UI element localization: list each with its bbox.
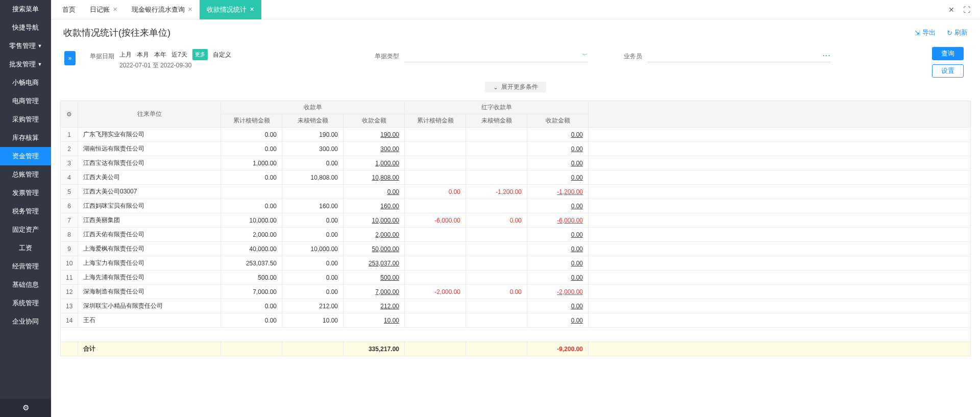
cell-r-amt[interactable]: 0.00	[344, 185, 405, 199]
sidebar-item-2[interactable]: 零售管理▼	[0, 37, 51, 55]
table-row[interactable]: 13深圳联宝小精品有限责任公司0.00212.00212.000.00	[61, 299, 971, 313]
cell-r-amt[interactable]: 50,000.00	[344, 242, 405, 256]
sidebar-item-6[interactable]: 采购管理	[0, 110, 51, 129]
col-blank	[589, 101, 971, 128]
preset-custom[interactable]: 自定义	[213, 50, 231, 60]
fullscreen-icon[interactable]: ⛶	[962, 5, 972, 15]
sidebar-item-4[interactable]: 小畅电商	[0, 73, 51, 92]
sidebar-item-10[interactable]: 发票管理	[0, 184, 51, 202]
close-icon[interactable]: ✕	[113, 6, 117, 13]
cell-d-amt[interactable]: 0.00	[527, 228, 589, 242]
cell-d-amt[interactable]: 0.00	[527, 299, 589, 313]
sidebar-item-11[interactable]: 税务管理	[0, 202, 51, 220]
cell-r-amt[interactable]: 10,808.00	[344, 170, 405, 185]
table-row[interactable]: 5江西大美公司030070.000.00-1,200.00-1,200.00	[61, 185, 971, 199]
cell-d-amt[interactable]: 0.00	[527, 128, 589, 142]
table-row[interactable]: 9上海爱枫有限责任公司40,000.0010,000.0050,000.000.…	[61, 242, 971, 256]
sidebar-item-13[interactable]: 工资	[0, 239, 51, 257]
close-icon[interactable]: ✕	[946, 5, 957, 15]
sidebar-item-7[interactable]: 库存核算	[0, 129, 51, 147]
collapse-filters-button[interactable]: »	[64, 51, 76, 65]
cell-d-cum	[405, 299, 466, 313]
cell-d-amt[interactable]: -6,000.00	[527, 213, 589, 228]
cell-r-amt[interactable]: 253,037.00	[344, 256, 405, 271]
cell-d-amt[interactable]: 0.00	[527, 199, 589, 213]
table-row[interactable]: 14王石0.0010.0010.000.00	[61, 313, 971, 328]
cell-d-amt[interactable]: 0.00	[527, 271, 589, 285]
sidebar-item-1[interactable]: 快捷导航	[0, 18, 51, 37]
cell-r-amt[interactable]: 10.00	[344, 313, 405, 328]
sidebar-item-16[interactable]: 系统管理	[0, 294, 51, 312]
cell-d-cum	[405, 199, 466, 213]
cell-d-unw: 0.00	[466, 285, 527, 299]
cell-r-amt[interactable]: 160.00	[344, 199, 405, 213]
cell-d-amt[interactable]: 0.00	[527, 313, 589, 328]
cell-r-amt[interactable]: 500.00	[344, 271, 405, 285]
cell-r-amt[interactable]: 1,000.00	[344, 156, 405, 170]
close-icon[interactable]: ✕	[250, 6, 254, 13]
cell-blank	[589, 128, 971, 142]
tab-0[interactable]: 首页	[55, 0, 83, 19]
cell-r-amt[interactable]: 212.00	[344, 299, 405, 313]
cell-r-amt[interactable]: 300.00	[344, 142, 405, 156]
table-row[interactable]: 12深海制造有限责任公司7,000.000.007,000.00-2,000.0…	[61, 285, 971, 299]
tab-3[interactable]: 收款情况统计✕	[200, 0, 261, 19]
expand-filters-button[interactable]: ⌄展开更多条件	[485, 82, 546, 92]
settings-button[interactable]: 设置	[932, 64, 964, 78]
table-row[interactable]: 7江西美丽集团10,000.000.0010,000.00-6,000.000.…	[61, 213, 971, 228]
close-icon[interactable]: ✕	[188, 6, 192, 13]
refresh-button[interactable]: ↻刷新	[947, 28, 968, 37]
sidebar-item-14[interactable]: 经营管理	[0, 257, 51, 276]
cell-r-cum: 0.00	[221, 199, 282, 213]
sidebar-item-5[interactable]: 电商管理	[0, 92, 51, 110]
sidebar-item-17[interactable]: 企业协同	[0, 312, 51, 331]
table-row[interactable]: 10上海宝力有限责任公司253,037.500.00253,037.000.00	[61, 256, 971, 271]
table-row[interactable]: 4江西大美公司0.0010,808.0010,808.000.00	[61, 170, 971, 185]
table-row[interactable]: 11上海先浦有限责任公司500.000.00500.000.00	[61, 271, 971, 285]
table-row[interactable]: 1广东飞翔实业有限公司0.00190.00190.000.00	[61, 128, 971, 142]
cell-d-amt[interactable]: 0.00	[527, 170, 589, 185]
bill-type-select[interactable]: ﹀	[404, 49, 588, 62]
table-row[interactable]: 8江西天佑有限责任公司2,000.000.002,000.000.00	[61, 228, 971, 242]
cell-d-amt[interactable]: -1,200.00	[527, 185, 589, 199]
sidebar-item-15[interactable]: 基础信息	[0, 276, 51, 294]
cell-d-amt[interactable]: -2,000.00	[527, 285, 589, 299]
cell-blank	[589, 271, 971, 285]
preset-this-month[interactable]: 本月	[137, 50, 149, 60]
table-row[interactable]: 2湖南恒远有限责任公司0.00300.00300.000.00	[61, 142, 971, 156]
preset-this-year[interactable]: 本年	[154, 50, 166, 60]
sidebar-item-9[interactable]: 总账管理	[0, 165, 51, 184]
tab-1[interactable]: 日记账✕	[83, 0, 125, 19]
preset-more[interactable]: 更多	[192, 49, 208, 60]
sidebar-item-8[interactable]: 资金管理	[0, 147, 51, 165]
cell-r-amt[interactable]: 2,000.00	[344, 228, 405, 242]
grid-settings-icon[interactable]: ⚙	[61, 101, 78, 128]
cell-r-amt[interactable]: 190.00	[344, 128, 405, 142]
sidebar-item-3[interactable]: 批发管理▼	[0, 55, 51, 73]
table-row[interactable]: 6江西妈咪宝贝有限公司0.00160.00160.000.00	[61, 199, 971, 213]
tab-2[interactable]: 现金银行流水查询✕	[125, 0, 200, 19]
sidebar-settings[interactable]: ⚙	[0, 399, 51, 417]
preset-last-month[interactable]: 上月	[119, 50, 132, 60]
cell-d-amt[interactable]: 0.00	[527, 256, 589, 271]
preset-last-7[interactable]: 近7天	[172, 50, 187, 60]
cell-party: 江西妈咪宝贝有限公司	[78, 199, 221, 213]
sidebar-item-0[interactable]: 搜索菜单	[0, 0, 51, 18]
sidebar-item-12[interactable]: 固定资产	[0, 220, 51, 239]
cell-d-amt[interactable]: 0.00	[527, 142, 589, 156]
row-index: 11	[61, 271, 78, 285]
cell-r-cum: 10,000.00	[221, 213, 282, 228]
cell-party: 江西大美公司03007	[78, 185, 221, 199]
cell-blank	[589, 170, 971, 185]
cell-r-amt[interactable]: 10,000.00	[344, 213, 405, 228]
cell-party: 深圳联宝小精品有限责任公司	[78, 299, 221, 313]
export-button[interactable]: ⇲导出	[915, 28, 936, 37]
cell-d-amt[interactable]: 0.00	[527, 156, 589, 170]
cell-r-amt[interactable]: 7,000.00	[344, 285, 405, 299]
cell-party: 江西美丽集团	[78, 213, 221, 228]
cell-d-amt[interactable]: 0.00	[527, 242, 589, 256]
salesperson-picker[interactable]: ···	[647, 49, 831, 62]
query-button[interactable]: 查询	[932, 47, 964, 60]
cell-r-unw: 0.00	[282, 156, 344, 170]
table-row[interactable]: 3江西宝达有限责任公司1,000.000.001,000.000.00	[61, 156, 971, 170]
